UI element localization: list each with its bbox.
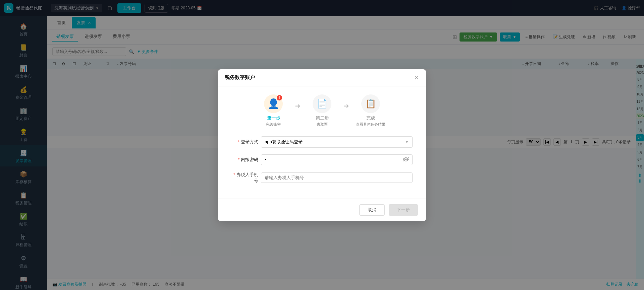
cancel-button[interactable]: 取消 [359,204,385,216]
login-method-select[interactable]: app获取验证码登录 ▼ [261,136,413,148]
step-1: 👤 ! 第一步 完善账密 [253,94,293,127]
modal-overlay: 税务数字账户 ✕ 👤 ! 第一步 完善账密 ➜ [0,0,644,290]
step-1-circle: 👤 ! [264,94,283,113]
login-method-chevron-icon: ▼ [405,140,409,144]
step-1-sub: 完善账密 [266,122,281,127]
phone-label: * 办税人手机号 [231,172,258,184]
step-3-sub: 查看具体任务结果 [356,122,385,127]
password-row: * 网报密码 [231,154,413,165]
step-1-label: 第一步 [267,115,280,121]
step-3: 📋 完成 查看具体任务结果 [351,94,391,127]
login-method-row: * 登录方式 app获取验证码登录 ▼ [231,136,413,148]
login-method-label: * 登录方式 [231,139,258,145]
phone-row: * 办税人手机号 [231,172,413,184]
phone-input-wrapper [261,172,413,183]
phone-input[interactable] [265,175,409,180]
password-input-wrapper [261,154,413,165]
modal-dialog: 税务数字账户 ✕ 👤 ! 第一步 完善账密 ➜ [218,69,426,221]
step-2-sub: 去取票 [317,122,328,127]
step-2-label: 第二步 [316,115,329,121]
step-arrow-1: ➜ [295,102,301,110]
step-arrow-2: ➜ [343,102,349,110]
modal-footer: 取消 下一步 [218,199,426,221]
step-3-label: 完成 [366,115,375,121]
modal-close-button[interactable]: ✕ [414,74,419,81]
password-label: * 网报密码 [231,157,258,163]
modal-header: 税务数字账户 ✕ [218,69,426,86]
step-3-circle: 📋 [361,94,380,113]
step-2: 📄 第二步 去取票 [302,94,342,127]
steps-row: 👤 ! 第一步 完善账密 ➜ 📄 第二步 去取票 ➜ [231,94,413,127]
password-input[interactable] [265,157,380,162]
next-button[interactable]: 下一步 [389,204,418,216]
step-1-error-badge: ! [277,95,282,100]
modal-title: 税务数字账户 [225,74,255,81]
step-2-circle: 📄 [313,94,331,113]
step-3-icon: 📋 [365,98,376,109]
step-2-icon: 📄 [317,98,327,109]
modal-body: 👤 ! 第一步 完善账密 ➜ 📄 第二步 去取票 ➜ [218,86,426,199]
eye-icon[interactable] [403,157,409,162]
